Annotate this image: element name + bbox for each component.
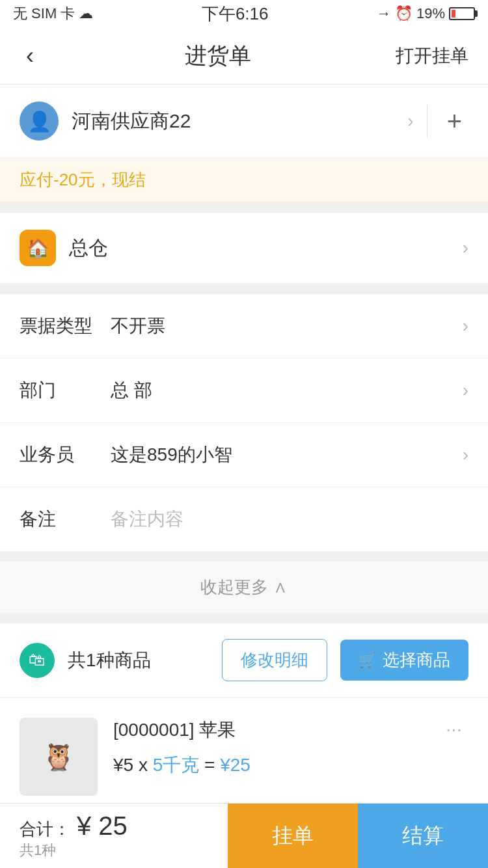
select-product-button[interactable]: 🛒 选择商品 — [340, 640, 468, 681]
collapse-row[interactable]: 收起更多 ∧ — [0, 562, 488, 613]
product-name: [0000001] 苹果 — [113, 718, 424, 742]
warehouse-row[interactable]: 🏠 总仓 › — [0, 213, 488, 284]
salesperson-label: 业务员 — [20, 442, 111, 467]
remark-row[interactable]: 备注 备注内容 — [0, 487, 488, 551]
add-supplier-button[interactable]: + — [441, 107, 468, 136]
owl-icon: 🦉 — [42, 742, 75, 772]
warning-text: 应付-20元，现结 — [20, 170, 146, 189]
product-price: ¥5 x 5千克 = ¥25 — [113, 753, 424, 778]
form-section: 票据类型 不开票 › 部门 总 部 › 业务员 这是859的小智 › 备注 备注… — [0, 294, 488, 551]
location-icon: → — [377, 5, 391, 22]
bottom-bar: 合计： ¥ 25 共1种 挂单 结算 — [0, 803, 488, 868]
quantity: 5千克 — [153, 755, 200, 775]
status-bar: 无 SIM 卡 ☁ 下午6:16 → ⏰ 19% — [0, 0, 488, 27]
bag-icon: 🛍 — [29, 650, 46, 670]
warning-bar: 应付-20元，现结 — [0, 158, 488, 202]
dept-label: 部门 — [20, 378, 111, 403]
status-time: 下午6:16 — [202, 3, 269, 25]
back-button[interactable]: ‹ — [20, 36, 40, 76]
salesperson-row[interactable]: 业务员 这是859的小智 › — [0, 423, 488, 487]
edit-detail-button[interactable]: 修改明细 — [222, 639, 327, 681]
nav-bar: ‹ 进货单 打开挂单 — [0, 27, 488, 85]
status-left: 无 SIM 卡 ☁ — [13, 4, 93, 23]
supplier-name: 河南供应商22 — [72, 108, 407, 135]
invoice-type-row[interactable]: 票据类型 不开票 › — [0, 294, 488, 359]
avatar: 👤 — [20, 102, 59, 141]
remark-label: 备注 — [20, 507, 111, 532]
supplier-chevron-icon: › — [407, 111, 413, 131]
battery-icon — [449, 7, 475, 20]
divider — [427, 105, 427, 137]
supplier-row[interactable]: 👤 河南供应商22 › + — [0, 85, 488, 158]
more-options-button[interactable]: ··· — [439, 718, 468, 740]
invoice-type-value: 不开票 — [111, 314, 463, 338]
total-section: 合计： ¥ 25 共1种 — [0, 804, 228, 868]
dept-row[interactable]: 部门 总 部 › — [0, 359, 488, 423]
product-thumbnail: 🦉 — [20, 718, 98, 796]
warehouse-icon: 🏠 — [20, 230, 56, 266]
total-price: ¥25 — [220, 755, 251, 775]
dept-chevron-icon: › — [463, 380, 468, 401]
select-product-label: 选择商品 — [383, 649, 450, 671]
total-amount: ¥ 25 — [77, 811, 128, 841]
invoice-type-label: 票据类型 — [20, 314, 111, 338]
home-icon: 🏠 — [27, 237, 49, 259]
status-right: → ⏰ 19% — [377, 5, 475, 22]
total-sub-label: 共1种 — [20, 841, 208, 860]
warehouse-chevron-icon: › — [463, 237, 468, 258]
warehouse-label: 总仓 — [69, 235, 463, 262]
product-count-label: 共1种商品 — [68, 648, 209, 673]
supplier-card: 👤 河南供应商22 › + 应付-20元，现结 — [0, 85, 488, 202]
alarm-icon: ⏰ — [395, 5, 413, 22]
dept-value: 总 部 — [111, 378, 463, 403]
salesperson-chevron-icon: › — [463, 444, 468, 465]
salesperson-value: 这是859的小智 — [111, 442, 463, 467]
main-content: 👤 河南供应商22 › + 应付-20元，现结 🏠 总仓 › 票据类型 不开票 … — [0, 85, 488, 868]
unit-price: ¥5 — [113, 755, 133, 775]
page-title: 进货单 — [185, 41, 251, 71]
checkout-button[interactable]: 结算 — [358, 804, 488, 868]
invoice-chevron-icon: › — [463, 316, 468, 336]
battery-label: 19% — [416, 5, 445, 22]
product-info: [0000001] 苹果 ¥5 x 5千克 = ¥25 — [113, 718, 424, 778]
remark-placeholder: 备注内容 — [111, 507, 468, 532]
warehouse-card: 🏠 总仓 › — [0, 213, 488, 284]
product-header: 🛍 共1种商品 修改明细 🛒 选择商品 — [0, 623, 488, 697]
avatar-icon: 👤 — [27, 110, 51, 133]
hang-button[interactable]: 挂单 — [228, 804, 358, 868]
total-label-row: 合计： ¥ 25 — [20, 811, 208, 841]
price-separator: x — [139, 755, 153, 775]
cart-icon: 🛒 — [359, 652, 376, 669]
sim-label: 无 SIM 卡 ☁ — [13, 4, 93, 23]
total-text: 合计： — [20, 818, 70, 841]
collapse-label: 收起更多 ∧ — [200, 576, 287, 599]
product-bag-icon: 🛍 — [20, 643, 55, 678]
equals-sign: = — [204, 755, 220, 775]
product-item: 🦉 [0000001] 苹果 ¥5 x 5千克 = ¥25 ··· — [0, 698, 488, 815]
open-hang-button[interactable]: 打开挂单 — [396, 44, 468, 68]
